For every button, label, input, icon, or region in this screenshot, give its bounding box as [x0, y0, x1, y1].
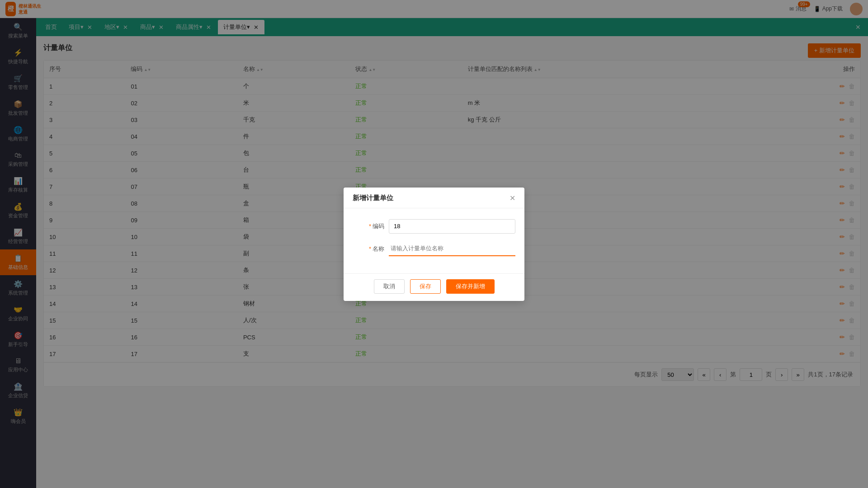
code-input[interactable] [389, 219, 515, 234]
name-required-mark: * [369, 245, 371, 252]
name-label: *名称 [353, 245, 384, 253]
modal-title: 新增计量单位 [353, 194, 393, 202]
modal-overlay: 新增计量单位 ✕ *编码 *名称 取消 保存 保存并新增 [0, 0, 868, 488]
name-form-row: *名称 [353, 242, 515, 256]
code-required-mark: * [369, 223, 371, 230]
code-label: *编码 [353, 222, 384, 230]
modal-footer: 取消 保存 保存并新增 [344, 273, 524, 301]
name-input[interactable] [389, 242, 515, 256]
add-measure-unit-modal: 新增计量单位 ✕ *编码 *名称 取消 保存 保存并新增 [344, 188, 524, 301]
cancel-button[interactable]: 取消 [374, 279, 405, 294]
save-and-new-button[interactable]: 保存并新增 [446, 279, 495, 294]
modal-close-button[interactable]: ✕ [509, 194, 515, 202]
save-button[interactable]: 保存 [410, 279, 441, 294]
modal-header: 新增计量单位 ✕ [344, 188, 524, 208]
code-form-row: *编码 [353, 219, 515, 234]
modal-body: *编码 *名称 [344, 208, 524, 273]
